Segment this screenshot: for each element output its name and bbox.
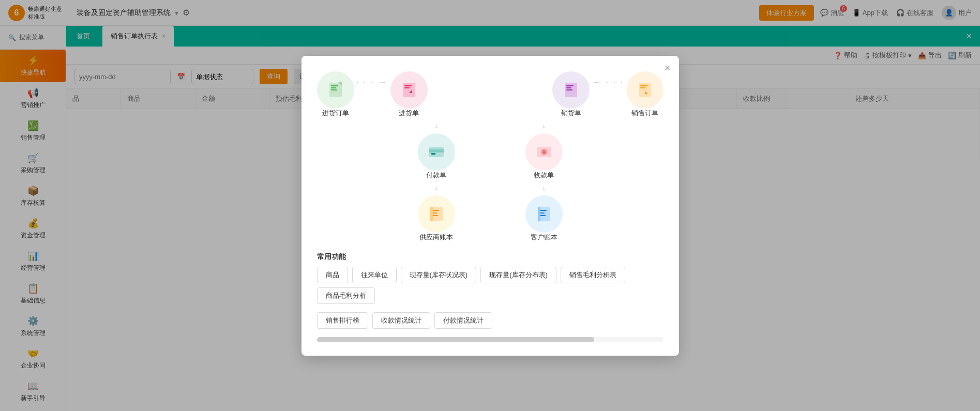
svg-rect-3 [331, 89, 337, 90]
svg-rect-29 [538, 207, 540, 221]
sales-order-label: 销售订单 [631, 109, 658, 118]
svg-rect-4 [403, 83, 415, 97]
purchase-order-icon [317, 71, 354, 109]
node-customer-account: 客户账本 [510, 195, 578, 242]
func-buttons-row-1: 商品往来单位现存量(库存状况表)现存量(库存分布表)销售毛利分析表商品毛利分析销… [317, 267, 664, 329]
purchase-order-label: 进货订单 [322, 109, 349, 118]
node-sales-order: 销售订单 [626, 71, 664, 118]
modal-scrollbar-thumb [317, 337, 594, 342]
node-receipt: ¥ 收款单 [510, 133, 578, 180]
func-btn-现存量(库存分布表)[interactable]: 现存量(库存分布表) [480, 267, 556, 283]
modal-scrollbar[interactable] [317, 337, 664, 342]
purchase-bill-label: 进货单 [399, 109, 419, 118]
modal-close-button[interactable]: × [665, 62, 671, 74]
arrow-1: · · · → [354, 77, 390, 102]
func-btn-销售排行榜[interactable]: 销售排行榜 [317, 312, 368, 329]
flow-row-5: 供应商账本 客户账本 [317, 195, 664, 242]
svg-rect-16 [431, 153, 435, 155]
purchase-bill-icon [390, 71, 428, 109]
svg-rect-26 [539, 210, 547, 211]
svg-rect-6 [404, 87, 410, 88]
func-btn-商品毛利分析[interactable]: 商品毛利分析 [317, 287, 375, 304]
arrow-down-2: ↓ [510, 121, 578, 130]
svg-rect-11 [639, 83, 651, 97]
func-btn-收款情况统计[interactable]: 收款情况统计 [372, 312, 430, 329]
node-sales-bill: 销货单 [552, 71, 590, 118]
node-payment: 付款单 [403, 133, 470, 180]
node-purchase-order: 进货订单 [317, 71, 354, 118]
svg-rect-12 [640, 85, 647, 86]
svg-rect-24 [430, 207, 433, 221]
svg-rect-8 [566, 85, 574, 86]
func-btn-付款情况统计[interactable]: 付款情况统计 [434, 312, 492, 329]
svg-rect-15 [429, 149, 444, 153]
flow-arrows-down-2: ↓ ↓ [317, 180, 664, 195]
supplier-account-icon [418, 195, 455, 233]
receipt-icon: ¥ [525, 133, 563, 171]
arrow-2: ← · · · [590, 77, 626, 102]
func-btn-销售毛利分析表[interactable]: 销售毛利分析表 [561, 267, 625, 283]
supplier-account-label: 供应商账本 [419, 233, 453, 242]
arrow-down-1: ↓ [403, 121, 470, 130]
modal-overlay[interactable]: × 进货订单 · · · → 进货单 [0, 0, 980, 411]
svg-rect-21 [432, 210, 439, 211]
flow-row-1: 进货订单 · · · → 进货单 销货单 ← · · · [317, 71, 664, 118]
svg-rect-1 [331, 85, 338, 86]
node-purchase-bill: 进货单 [390, 71, 428, 118]
sales-bill-label: 销货单 [561, 109, 581, 118]
flow-arrows-down: ↓ ↓ [317, 118, 664, 133]
flow-row-3: 付款单 ¥ 收款单 [317, 133, 664, 180]
payment-label: 付款单 [426, 171, 446, 180]
svg-rect-2 [331, 87, 336, 88]
customer-account-icon [525, 195, 563, 233]
flow-diagram: 进货订单 · · · → 进货单 销货单 ← · · · [317, 71, 664, 242]
func-btn-商品[interactable]: 商品 [317, 267, 348, 283]
svg-rect-10 [566, 89, 572, 90]
arrow-down-4: ↓ [510, 183, 578, 192]
common-func-title: 常用功能 [317, 252, 664, 262]
modal-box: × 进货订单 · · · → 进货单 [301, 56, 679, 356]
sales-bill-icon [552, 71, 590, 109]
customer-account-label: 客户账本 [531, 233, 557, 242]
arrow-down-3: ↓ [403, 183, 470, 192]
svg-text:¥: ¥ [542, 149, 546, 155]
sales-order-icon [626, 71, 664, 109]
svg-rect-5 [404, 85, 412, 86]
svg-rect-13 [640, 87, 645, 88]
func-btn-往来单位[interactable]: 往来单位 [352, 267, 397, 283]
svg-rect-9 [566, 87, 571, 88]
func-btn-现存量(库存状况表)[interactable]: 现存量(库存状况表) [401, 267, 477, 283]
payment-icon [418, 133, 455, 171]
node-supplier-account: 供应商账本 [403, 195, 470, 242]
common-functions: 常用功能 商品往来单位现存量(库存状况表)现存量(库存分布表)销售毛利分析表商品… [317, 252, 664, 329]
receipt-label: 收款单 [534, 171, 554, 180]
